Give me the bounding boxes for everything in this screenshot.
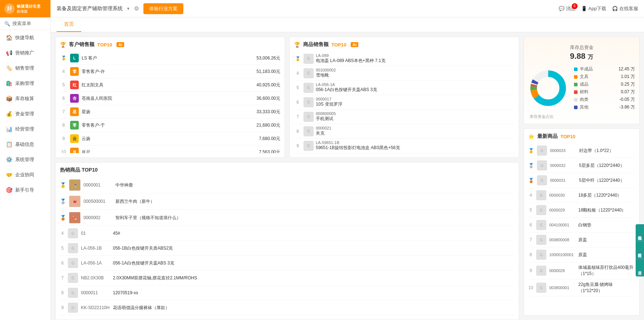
messages-badge: 6 bbox=[572, 3, 578, 9]
hot-product-img-7: G bbox=[68, 273, 78, 283]
mobile-icon: 📱 bbox=[581, 6, 587, 11]
inventory-legend: 半成品 12.45 万 文具 1.01 万 成品 0.25 万 bbox=[574, 65, 635, 111]
legend-meat: 肉类 -0.05 万 bbox=[574, 96, 635, 103]
product-sales-ranking-title: 🏆 商品销售额TOP10 Ai bbox=[294, 41, 514, 48]
product-info-3: LA-056-1A 056-1A白色按键开关盖ABS 3克 bbox=[316, 82, 514, 93]
sidebar-item-sales[interactable]: 🏷️ 销售管理 bbox=[0, 61, 50, 76]
hot-product-img-8: G bbox=[68, 288, 78, 298]
new-product-10: 10 G 003800001 22g鱼豆腐·烧烤味（1*12*20） bbox=[528, 279, 635, 296]
live-broadcast-button[interactable]: 直播 bbox=[636, 259, 644, 276]
trophy-icon-2: 🏆 bbox=[294, 42, 300, 48]
customer-rank-item-7: 9 云 云扬 7,680.00元 bbox=[60, 132, 280, 145]
product-info-1: LA-089 电池盖 LA-089 ABS本色+黑种 7.1克 bbox=[316, 53, 514, 64]
trophy-icon: 🏆 bbox=[60, 42, 66, 48]
logo-icon: 好 bbox=[4, 4, 15, 14]
tab-home[interactable]: 首页 bbox=[57, 17, 81, 32]
right-column: 库存总资金 9.88 万 bbox=[523, 37, 640, 316]
product-sales-item-5: 7 G 000800005 手机测试 bbox=[294, 110, 514, 124]
sidebar-item-finance[interactable]: 💰 资金管理 bbox=[0, 106, 50, 122]
cooperation-icon: 🤝 bbox=[6, 172, 12, 178]
product-info-4: 0000017 10S 变扭罗浮 bbox=[316, 97, 514, 107]
inventory-value: 9.88 万 bbox=[528, 52, 635, 61]
sidebar-item-operations[interactable]: 📊 经营管理 bbox=[0, 122, 50, 137]
product-sales-item-6: 8 G 0000021 夹克 bbox=[294, 124, 514, 139]
sidebar-item-system[interactable]: ⚙️ 系统管理 bbox=[0, 152, 50, 167]
hot-product-item-9: 9 G KK-SD22110H 花语萌倡温分腿裤袜（厚款） bbox=[60, 300, 514, 315]
product-img-1: G bbox=[303, 54, 314, 64]
marketing-icon: 📢 bbox=[6, 50, 12, 56]
legend-semi: 半成品 12.45 万 bbox=[574, 65, 635, 73]
hot-product-img-1: 🐄 bbox=[69, 179, 81, 191]
medal-1: 🥇 bbox=[60, 182, 66, 188]
product-info-2: 001000002 雪地靴 bbox=[316, 68, 514, 78]
new-product-5: 5 G 0000029 18颗粒板（1220*2440） bbox=[528, 203, 635, 218]
new-products-title: ⭐ 最新商品 TOP10 bbox=[528, 133, 635, 140]
top-section: 🏆 客户销售额TOP10 Ai 🥇 L LS 客户 53,006.26元 4 bbox=[55, 37, 519, 158]
float-buttons: 客服热线 服务社区 直播 bbox=[636, 224, 644, 276]
legend-other: 其他 -3.86 万 bbox=[574, 103, 635, 111]
product-sales-item-3: 5 G LA-056-1A 056-1A白色按键开关盖ABS 3克 bbox=[294, 81, 514, 95]
message-icon: 💬 bbox=[559, 6, 564, 11]
sidebar-item-basic-info[interactable]: 📋 基础信息 bbox=[0, 137, 50, 152]
sidebar-item-purchase[interactable]: 🛍️ 采购管理 bbox=[0, 76, 50, 91]
customer-avatar-1: L bbox=[70, 54, 79, 62]
sidebar-item-marketing[interactable]: 📢 营销推广 bbox=[0, 45, 50, 61]
customer-rank-item-8: 10 肖 肖总 7,563.00元 bbox=[60, 145, 280, 153]
customer-ranking-title: 🏆 客户销售额TOP10 Ai bbox=[60, 41, 280, 48]
system-icon: ⚙️ bbox=[6, 156, 12, 163]
customer-avatar-8: 肖 bbox=[70, 148, 79, 153]
customer-rank-item-2: 4 零 零售客户-许 51,183.00元 bbox=[60, 65, 280, 78]
star-icon: ⭐ bbox=[528, 134, 534, 139]
product-img-5: G bbox=[303, 112, 314, 122]
hot-product-item-5: 5 G LA-056-1B 056-1B白色按键开关质ABS2克 bbox=[60, 241, 514, 256]
hot-product-img-2: 🥩 bbox=[69, 196, 81, 207]
inventory-total-section: 库存总资金 9.88 万 bbox=[528, 41, 635, 62]
legend-stationery: 文具 1.01 万 bbox=[574, 73, 635, 81]
new-product-9: 9 G 0000028 体城嘉核味苏打饮品400毫升（1*15） bbox=[528, 262, 635, 279]
sidebar-item-inventory[interactable]: 📦 库存核算 bbox=[0, 91, 50, 106]
app-download-button[interactable]: 📱 App下载 bbox=[581, 5, 606, 12]
hot-product-img-6: G bbox=[68, 258, 78, 268]
new-product-6: 6 G 004100001 白钢垫 bbox=[528, 218, 635, 233]
nav-tabs: 首页 bbox=[51, 17, 644, 32]
customer-avatar-3: 红 bbox=[70, 81, 79, 89]
hot-product-item-4: 4 G 01 45# bbox=[60, 226, 514, 241]
sidebar-item-guide[interactable]: 🎯 新手引导 bbox=[0, 182, 50, 198]
new-product-4: 4 G 0000030 18多层（1220*2440） bbox=[528, 188, 635, 203]
inventory-icon: 📦 bbox=[6, 95, 12, 102]
inventory-label: 库存资金占比 bbox=[528, 114, 635, 119]
medal-3: 🥉 bbox=[60, 215, 66, 221]
messages-button[interactable]: 💬 消息 6 bbox=[559, 5, 575, 12]
hot-products-title: 热销商品 TOP10 bbox=[60, 167, 514, 173]
sidebar-item-cooperation[interactable]: 🤝 企业协同 bbox=[0, 167, 50, 182]
service-community-button[interactable]: 服务社区 bbox=[636, 242, 644, 259]
legend-finished: 成品 0.25 万 bbox=[574, 81, 635, 88]
product-sales-ranking-card: 🏆 商品销售额TOP10 Ai 🥇 G LA-089 电池盖 LA-089 AB… bbox=[289, 37, 519, 158]
sidebar-logo: 好 畅捷通好生意 标准版 bbox=[0, 0, 50, 17]
basicinfo-icon: 📋 bbox=[6, 141, 12, 148]
try-solution-button[interactable]: 体验行业方案 bbox=[143, 3, 183, 14]
inventory-chart: 半成品 12.45 万 文具 1.01 万 成品 0.25 万 bbox=[528, 62, 635, 114]
product-sales-item-4: 6 G 0000017 10S 变扭罗浮 bbox=[294, 95, 514, 110]
product-info-6: 0000021 夹克 bbox=[316, 126, 514, 136]
hot-product-item-6: 6 G LA-056-1A 056-1A白色按键开关盖ABS 3克 bbox=[60, 256, 514, 271]
customer-service-button[interactable]: 客服热线 bbox=[636, 224, 644, 242]
customer-ranking-card: 🏆 客户销售额TOP10 Ai 🥇 L LS 客户 53,006.26元 4 bbox=[55, 37, 285, 158]
customer-avatar-7: 云 bbox=[70, 134, 79, 143]
product-info-7: LA-59651-1B 59651-1B旋转投影灯电池盒 ABS黑色+58克 bbox=[316, 140, 514, 151]
customer-rank-item-3: 5 红 红太阳文具 40,925.00元 bbox=[60, 78, 280, 92]
online-service-button[interactable]: 🎧 在线客服 bbox=[612, 5, 638, 12]
sidebar-item-quick-nav[interactable]: 🏠 快捷导航 bbox=[0, 30, 50, 45]
hot-product-item-8: 8 G 0000011 12070519-xs bbox=[60, 286, 514, 300]
finance-icon: 💰 bbox=[6, 111, 12, 117]
product-sales-rank-list: 🥇 G LA-089 电池盖 LA-089 ABS本色+黑种 7.1克 4 G bbox=[294, 52, 514, 153]
hot-product-img-3: 🍖 bbox=[69, 212, 81, 223]
customer-rank-item-5: 7 星 星扬 33,333.00元 bbox=[60, 105, 280, 119]
hot-product-item-7: 7 G NB2.0X30B 2.0X30MM双摆花轴,摆花直径2.1MM/ROH… bbox=[60, 271, 514, 286]
search-menu[interactable]: 🔍 搜索菜单 bbox=[0, 17, 50, 30]
new-products-list: 🥇 G 0000033 封边带（1.0*22） 🥈 G 0000032 5层多层… bbox=[528, 143, 635, 296]
gear-icon[interactable]: ⚙ bbox=[134, 5, 139, 12]
customer-rank-list: 🥇 L LS 客户 53,006.26元 4 零 零售客户-许 51,183.0… bbox=[60, 52, 280, 153]
ai-badge-product-sales: Ai bbox=[351, 42, 358, 47]
dropdown-icon[interactable]: ▾ bbox=[127, 6, 130, 11]
